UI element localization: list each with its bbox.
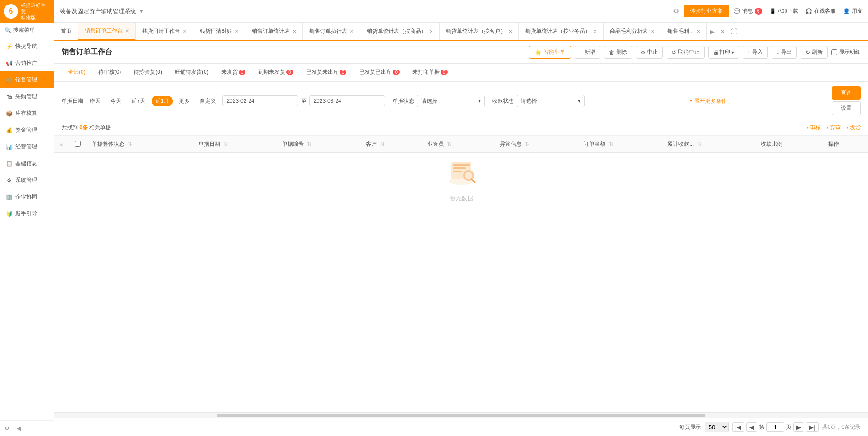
tab-fullscreen[interactable]: ⛶ (728, 28, 740, 35)
horizontal-scrollbar[interactable] (217, 414, 705, 417)
tab-home[interactable]: 首页 (54, 23, 78, 40)
sidebar-item-sales[interactable]: 🛒 销售管理 (0, 71, 54, 88)
select-all-checkbox[interactable] (75, 141, 81, 147)
tab-close-sales-by-agent[interactable]: ✕ (593, 29, 597, 34)
tab-reconcile[interactable]: 钱货日清对账 ✕ (193, 23, 245, 40)
refresh-button[interactable]: ↻ 刷新 (801, 46, 828, 59)
settings-icon[interactable]: ⚙ (673, 7, 679, 15)
col-exception[interactable]: 异常信息 ⇅ (494, 136, 578, 153)
import-button[interactable]: ↑ 导入 (743, 46, 768, 59)
setting-button[interactable]: 设置 (832, 101, 861, 115)
date-from-input[interactable] (222, 95, 298, 106)
date-yesterday[interactable]: 昨天 (86, 96, 104, 106)
date-more[interactable]: 更多 (175, 96, 193, 106)
tab-sales-by-agent[interactable]: 销货单统计表（按业务员） ✕ (519, 23, 604, 40)
tab-margin-analysis[interactable]: 商品毛利分析表 ✕ (604, 23, 661, 40)
tab-sales-margin[interactable]: 销售毛利... ✕ (661, 23, 707, 40)
sidebar-item-enterprise[interactable]: 🏢 企业协同 (0, 189, 54, 205)
sidebar-item-guide[interactable]: 🔰 新手引导 (0, 205, 54, 222)
sidebar-item-purchase[interactable]: 🛍 采购管理 (0, 88, 54, 105)
col-agent[interactable]: 业务员 ⇅ (422, 136, 494, 153)
sidebar-collapse-icon[interactable]: ◀ (17, 425, 21, 431)
sidebar-item-system[interactable]: ⚙ 系统管理 (0, 172, 54, 189)
tab-close-sales-by-product[interactable]: ✕ (429, 29, 433, 34)
col-drag: ≡ (54, 136, 68, 153)
tab-sales-by-customer[interactable]: 销货单统计表（按客户） ✕ (440, 23, 519, 40)
cancel-stop-button[interactable]: ↺ 取消中止 (667, 46, 705, 59)
tab-order-stats[interactable]: 销售订单统计表 ✕ (245, 23, 303, 40)
col-checkbox[interactable] (68, 136, 86, 153)
col-collected[interactable]: 累计收款... ⇅ (662, 136, 755, 153)
col-customer[interactable]: 客户 ⇅ (360, 136, 422, 153)
stop-button[interactable]: ⊗ 中止 (636, 46, 663, 59)
export-button[interactable]: ↓ 导出 (772, 46, 797, 59)
smart-order-button[interactable]: ⭐ 智能生单 (529, 46, 571, 59)
sidebar-item-inventory[interactable]: 📦 库存核算 (0, 105, 54, 122)
message-action[interactable]: 💬 消息 6 (734, 7, 762, 15)
sidebar-item-operations[interactable]: 📊 经营管理 (0, 138, 54, 155)
tab-close-sales-margin[interactable]: ✕ (696, 29, 700, 34)
tab-close-all[interactable]: ✕ (717, 28, 728, 35)
filter-tab-unprinted[interactable]: 未打印单据0 (406, 64, 454, 81)
col-number[interactable]: 单据编号 ⇅ (277, 136, 360, 153)
query-button[interactable]: 查询 (832, 86, 861, 100)
tab-close-reconcile[interactable]: ✕ (235, 29, 239, 34)
add-button[interactable]: + 新增 (575, 46, 600, 59)
expand-more-conditions[interactable]: ▾ 展开更多条件 (690, 97, 727, 105)
filter-tab-overdue-ship[interactable]: 到期未发货0 (252, 64, 300, 81)
next-page-button[interactable]: ▶ (793, 422, 804, 432)
tab-close-margin-analysis[interactable]: ✕ (651, 29, 654, 34)
cancel-review-action[interactable]: 弃审 (826, 124, 841, 132)
first-page-button[interactable]: |◀ (732, 422, 744, 432)
payment-select[interactable]: 请选择 ▾ (517, 95, 585, 107)
show-detail-checkbox[interactable] (831, 49, 837, 55)
filter-tab-pending-review[interactable]: 待审核(0) (92, 64, 128, 81)
solution-button[interactable]: 体验行业方案 (684, 5, 729, 17)
date-custom[interactable]: 自定义 (196, 96, 220, 106)
sidebar-item-baseinfo[interactable]: 📋 基础信息 (0, 155, 54, 172)
tab-order-exec[interactable]: 销售订单执行表 ✕ (303, 23, 360, 40)
tab-close-cashflow[interactable]: ✕ (183, 29, 187, 34)
print-button[interactable]: 🖨 打印 ▾ (708, 46, 739, 59)
tab-close-order-stats[interactable]: ✕ (293, 29, 296, 34)
user-action[interactable]: 👤 用友 (843, 7, 863, 15)
tab-close-sales-by-customer[interactable]: ✕ (508, 29, 512, 34)
date-7days[interactable]: 近7天 (128, 96, 149, 106)
tab-sales-by-product[interactable]: 销货单统计表（按商品） ✕ (360, 23, 440, 40)
chevron-down-icon[interactable]: ▾ (140, 8, 143, 14)
tab-close-sales-order[interactable]: ✕ (125, 28, 129, 33)
online-service-action[interactable]: 🎧 在线客服 (806, 7, 836, 15)
per-page-select[interactable]: 50 100 200 (705, 422, 729, 432)
filter-tab-shipped-out[interactable]: 已发货已出库0 (353, 64, 406, 81)
col-amount[interactable]: 订单金额 ⇅ (578, 136, 662, 153)
col-status[interactable]: 单据整体状态 ⇅ (86, 136, 193, 153)
filter-tab-shipped-not-out[interactable]: 已发货未出库0 (300, 64, 353, 81)
date-to-input[interactable] (309, 95, 385, 106)
ship-action[interactable]: 发货 (846, 124, 861, 132)
table-area: 共找到 0条 相关单据 审核 弃审 发货 ≡ 单据整体状态 ⇅ (54, 120, 868, 436)
page-input[interactable] (766, 422, 784, 432)
sidebar-item-marketing[interactable]: 📢 营销推广 (0, 55, 54, 71)
filter-tab-pending-inspect[interactable]: 待拣验货(0) (127, 64, 168, 81)
date-today[interactable]: 今天 (107, 96, 125, 106)
app-download-action[interactable]: 📱 App下载 (769, 7, 798, 15)
sidebar-item-finance[interactable]: 💰 资金管理 (0, 122, 54, 138)
show-detail-label[interactable]: 显示明细 (831, 48, 861, 56)
filter-tab-wangpu[interactable]: 旺铺待发货(0) (168, 64, 215, 81)
sidebar-settings-icon[interactable]: ⚙ (5, 425, 10, 431)
sidebar-search[interactable]: 🔍 搜索菜单 (0, 23, 54, 38)
sidebar-item-quicknav[interactable]: ⚡ 快捷导航 (0, 38, 54, 55)
last-page-button[interactable]: ▶| (806, 422, 818, 432)
filter-tab-unshipped[interactable]: 未发货0 (215, 64, 252, 81)
filter-tab-all[interactable]: 全部(0) (62, 64, 92, 81)
tab-close-order-exec[interactable]: ✕ (350, 29, 354, 34)
tab-cashflow[interactable]: 钱货日清工作台 ✕ (136, 23, 193, 40)
prev-page-button[interactable]: ◀ (746, 422, 757, 432)
tab-scroll-right[interactable]: ▶ (707, 28, 717, 35)
date-1month[interactable]: 近1月 (152, 96, 173, 106)
tab-sales-order[interactable]: 销售订单工作台 ✕ (78, 23, 136, 40)
col-date[interactable]: 单据日期 ⇅ (193, 136, 277, 153)
delete-button[interactable]: 🗑 删除 (604, 46, 632, 59)
status-select[interactable]: 请选择 ▾ (417, 95, 485, 107)
review-action[interactable]: 审核 (806, 124, 821, 132)
